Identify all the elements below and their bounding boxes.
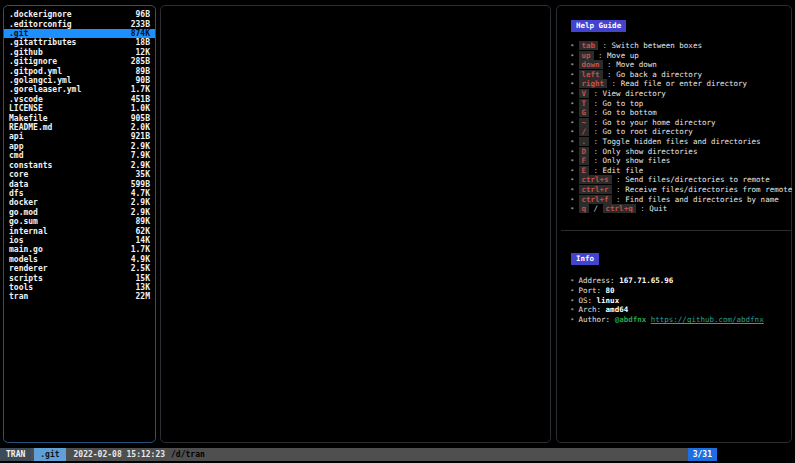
help-description: Move up <box>607 51 639 60</box>
file-row[interactable]: .gitpod.yml89B <box>4 66 155 75</box>
file-size: 233B <box>131 20 150 29</box>
file-name: go.sum <box>9 217 38 226</box>
author-github-link[interactable]: https://github.com/abdfnx <box>651 315 764 324</box>
file-row[interactable]: scripts15K <box>4 273 155 282</box>
info-label: OS: <box>579 296 597 305</box>
file-name: docker <box>9 198 38 207</box>
help-description: Go to bottom <box>603 108 657 117</box>
author-handle: @abdfnx <box>615 315 647 324</box>
file-row[interactable]: go.mod2.9K <box>4 208 155 217</box>
file-row[interactable]: dfs4.7K <box>4 189 155 198</box>
file-size: 96B <box>136 10 150 19</box>
file-size: 62K <box>136 227 150 236</box>
file-row[interactable]: app2.9K <box>4 142 155 151</box>
bullet-icon: • <box>570 185 575 194</box>
help-entry: •tab : Switch between boxes <box>570 41 791 51</box>
file-row[interactable]: renderer2.5K <box>4 264 155 273</box>
bullet-icon: • <box>570 305 575 314</box>
bullet-icon: • <box>570 156 575 165</box>
file-row[interactable]: constants2.9K <box>4 161 155 170</box>
help-entry: •G : Go to bottom <box>570 108 791 118</box>
file-row[interactable]: tran22M <box>4 292 155 301</box>
info-item: •Arch: amd64 <box>570 305 764 315</box>
file-name: LICENSE <box>9 104 43 113</box>
file-name: ios <box>9 236 23 245</box>
key-chip: V <box>579 89 590 98</box>
file-row[interactable]: README.md2.0K <box>4 123 155 132</box>
bullet-icon: • <box>570 175 575 184</box>
file-row[interactable]: .golangci.yml90B <box>4 76 155 85</box>
file-size: 1.7K <box>131 245 150 254</box>
file-size: 14K <box>136 236 150 245</box>
help-entry: •/ : Go to root directory <box>570 127 791 137</box>
info-item: •Author: @abdfnx https://github.com/abdf… <box>570 315 764 325</box>
desc-separator: : <box>589 89 603 98</box>
file-browser-pane: .dockerignore96B.editorconfig233B.git874… <box>3 5 156 443</box>
key-chip: up <box>579 51 594 60</box>
help-entry: •up : Move up <box>570 51 791 61</box>
file-row[interactable]: .gitignore285B <box>4 57 155 66</box>
file-row[interactable]: models4.9K <box>4 255 155 264</box>
file-size: 18B <box>136 38 150 47</box>
info-value: linux <box>597 296 620 305</box>
file-row[interactable]: .editorconfig233B <box>4 19 155 28</box>
file-name: api <box>9 132 23 141</box>
key-chip: ctrl+s <box>579 175 612 184</box>
file-row[interactable]: LICENSE1.0K <box>4 104 155 113</box>
file-size: 874K <box>131 29 150 38</box>
desc-separator: : <box>589 99 603 108</box>
file-row[interactable]: .dockerignore96B <box>4 10 155 19</box>
help-entry: •. : Toggle hidden files and directories <box>570 137 791 147</box>
file-row[interactable]: go.sum89K <box>4 217 155 226</box>
file-name: .gitpod.yml <box>9 67 62 76</box>
help-description: Go to top <box>603 99 644 108</box>
file-row[interactable]: .gitattributes18B <box>4 38 155 47</box>
preview-pane <box>160 5 551 443</box>
file-row[interactable]: cmd7.9K <box>4 151 155 160</box>
file-name: data <box>9 180 28 189</box>
bullet-icon: • <box>570 118 575 127</box>
tran-terminal-app: { "file_panel": { "selected_index": 2, "… <box>0 0 795 463</box>
bullet-icon: • <box>570 79 575 88</box>
bullet-icon: • <box>570 137 575 146</box>
file-row[interactable]: main.go1.7K <box>4 245 155 254</box>
status-timestamp: 2022-02-08 15:12:23 <box>66 448 166 461</box>
file-size: 90B <box>136 76 150 85</box>
file-row[interactable]: data599B <box>4 179 155 188</box>
file-row[interactable]: api921B <box>4 132 155 141</box>
help-description: Edit file <box>603 166 644 175</box>
help-info-pane: Help Guide •tab : Switch between boxes•u… <box>556 5 792 443</box>
file-name: internal <box>9 227 48 236</box>
file-row[interactable]: .github12K <box>4 48 155 57</box>
bullet-icon: • <box>570 195 575 204</box>
file-row[interactable]: .goreleaser.yml1.7K <box>4 85 155 94</box>
file-size: 89K <box>136 217 150 226</box>
file-size: 15K <box>136 274 150 283</box>
key-chip: right <box>579 79 608 88</box>
file-row[interactable]: tools13K <box>4 283 155 292</box>
file-size: 4.7K <box>131 189 150 198</box>
file-name: .goreleaser.yml <box>9 85 81 94</box>
help-description: Send files/directories to remote <box>625 175 770 184</box>
file-name: go.mod <box>9 208 38 217</box>
file-size: 35K <box>136 170 150 179</box>
file-name: .vscode <box>9 95 43 104</box>
file-row[interactable]: ios14K <box>4 236 155 245</box>
desc-separator: : <box>589 118 603 127</box>
file-row[interactable]: .vscode451B <box>4 95 155 104</box>
file-size: 2.5K <box>131 264 150 273</box>
help-description: Receive files/directories from remote <box>625 185 792 194</box>
file-name: scripts <box>9 274 43 283</box>
file-size: 4.9K <box>131 255 150 264</box>
file-row[interactable]: internal62K <box>4 226 155 235</box>
status-bar: TRAN .git 2022-02-08 15:12:23 /d/tran 3/… <box>0 448 717 461</box>
desc-separator: : <box>603 60 617 69</box>
bullet-icon: • <box>570 147 575 156</box>
desc-separator: : <box>594 51 608 60</box>
info-label: Port: <box>579 286 606 295</box>
help-description: Only show files <box>603 156 671 165</box>
file-row-selected[interactable]: .git874K <box>4 29 155 38</box>
file-row[interactable]: core35K <box>4 170 155 179</box>
file-row[interactable]: docker2.9K <box>4 198 155 207</box>
file-row[interactable]: Makefile905B <box>4 113 155 122</box>
